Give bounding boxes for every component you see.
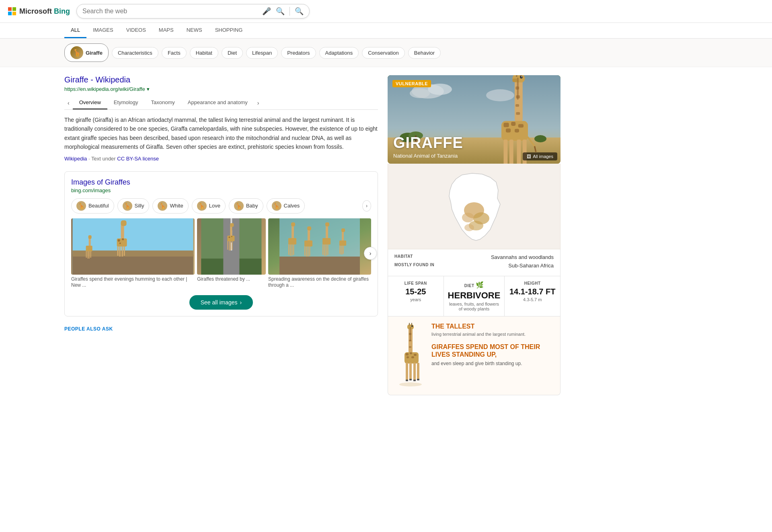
- wiki-tab-appearance[interactable]: Appearance and anatomy: [181, 96, 254, 109]
- img-pill-love[interactable]: 🦒 Love: [192, 198, 226, 214]
- microphone-icon[interactable]: 🎤: [262, 7, 271, 16]
- tab-all[interactable]: ALL: [64, 23, 86, 38]
- images-title[interactable]: Images of Giraffes: [71, 178, 371, 187]
- wiki-license-link[interactable]: CC BY-SA license: [117, 156, 159, 162]
- images-source[interactable]: bing.com/images: [71, 187, 371, 193]
- tab-news[interactable]: NEWS: [180, 23, 209, 38]
- fun-fact-main: GIRAFFES SPEND MOST OF THEIR LIVES STAND…: [431, 343, 554, 358]
- svg-rect-130: [413, 380, 416, 381]
- img-pill-calves[interactable]: 🦒 Calves: [267, 198, 305, 214]
- people-also-ask[interactable]: PEOPLE ALSO ASK: [64, 326, 378, 332]
- wiki-title[interactable]: Giraffe - Wikipedia: [64, 75, 378, 84]
- topic-pill-label: Behavior: [414, 50, 435, 56]
- svg-rect-64: [339, 240, 346, 246]
- topic-pill-giraffe[interactable]: 🦒 Giraffe: [64, 43, 109, 62]
- topic-pill-diet[interactable]: Diet: [222, 47, 243, 59]
- topic-pill-label: Adaptations: [325, 50, 353, 56]
- topic-pill-predators[interactable]: Predators: [281, 47, 316, 59]
- wiki-text: The giraffe (Giraffa) is an African arti…: [64, 115, 378, 152]
- topic-pill-characteristics[interactable]: Characteristics: [112, 47, 158, 59]
- svg-rect-49: [304, 246, 306, 256]
- image-grid: Giraffes spend their evenings humming to…: [71, 218, 371, 289]
- svg-point-11: [122, 238, 124, 240]
- topic-pill-facts[interactable]: Facts: [162, 47, 187, 59]
- wiki-tab-next[interactable]: ›: [254, 98, 263, 108]
- img-pill-icon: 🦒: [272, 201, 281, 211]
- svg-rect-95: [509, 140, 513, 164]
- svg-rect-39: [292, 244, 293, 256]
- image-caption-1: Giraffes threatened by ...: [197, 276, 266, 283]
- all-images-button[interactable]: 🖼 All images: [523, 152, 557, 160]
- img-pill-baby[interactable]: 🦒 Baby: [229, 198, 263, 214]
- svg-point-132: [399, 382, 422, 386]
- svg-rect-40: [293, 244, 294, 255]
- lifespan-stat: LIFE SPAN 15-25 years: [388, 276, 444, 316]
- svg-rect-112: [411, 323, 412, 325]
- hero-title: GIRAFFE: [393, 134, 463, 152]
- microsoft-squares-icon: [8, 7, 16, 15]
- found-in-label: MOSTLY FOUND IN: [394, 263, 434, 269]
- svg-point-82: [522, 76, 522, 77]
- search-submit-icon[interactable]: 🔍: [295, 7, 304, 16]
- tab-images[interactable]: IMAGES: [86, 23, 120, 38]
- diet-sub: leaves, fruits, and flowers of woody pla…: [448, 302, 501, 311]
- topic-pill-adaptations[interactable]: Adaptations: [319, 47, 359, 59]
- wiki-tab-taxonomy[interactable]: Taxonomy: [145, 96, 181, 109]
- img-pill-icon: 🦒: [158, 201, 167, 211]
- wiki-tab-etymology[interactable]: Etymology: [107, 96, 145, 109]
- height-label: HEIGHT: [509, 281, 556, 286]
- habitat-row: HABITAT Savannahs and woodlands: [394, 254, 554, 260]
- img-pill-white[interactable]: 🦒 White: [152, 198, 188, 214]
- wiki-url[interactable]: https://en.wikipedia.org/wiki/Giraffe ▾: [64, 86, 378, 92]
- svg-point-73: [534, 135, 546, 142]
- tab-shopping[interactable]: SHOPPING: [209, 23, 249, 38]
- svg-rect-131: [417, 379, 419, 380]
- image-card-1[interactable]: Giraffes threatened by ...: [197, 218, 266, 289]
- image-card-2[interactable]: Spreading awareness on the decline of gi…: [268, 218, 371, 289]
- bing-logo[interactable]: Microsoft Bing: [8, 7, 70, 16]
- image-pills: 🦒 Beautiful 🦒 Silly 🦒 White 🦒 Love 🦒: [71, 198, 371, 214]
- wiki-source-link[interactable]: Wikipedia: [64, 156, 87, 162]
- image-caption-0: Giraffes spend their evenings humming to…: [71, 276, 195, 289]
- topic-pill-label: Diet: [228, 50, 237, 56]
- topic-pill-conservation[interactable]: Conservation: [362, 47, 405, 59]
- topic-pill-behavior[interactable]: Behavior: [408, 47, 441, 59]
- svg-rect-127: [417, 363, 419, 380]
- svg-rect-47: [309, 246, 310, 256]
- svg-rect-121: [409, 333, 411, 335]
- wiki-tab-overview[interactable]: Overview: [73, 96, 107, 109]
- wiki-tab-prev[interactable]: ‹: [64, 98, 73, 108]
- img-pill-beautiful[interactable]: 🦒 Beautiful: [71, 198, 114, 214]
- diet-label: DIET 🌿: [448, 281, 501, 289]
- visual-search-icon[interactable]: 🔍: [276, 7, 285, 16]
- search-input[interactable]: giraffes: [82, 8, 258, 15]
- height-stat: HEIGHT 14.1-18.7 FT 4.3-5.7 m: [505, 276, 560, 316]
- svg-rect-122: [409, 340, 411, 341]
- header: Microsoft Bing giraffes 🎤 🔍 🔍: [0, 0, 772, 23]
- see-all-images-button[interactable]: See all images ›: [189, 295, 253, 310]
- svg-rect-90: [515, 86, 519, 90]
- image-grid-next[interactable]: ›: [364, 247, 377, 260]
- pills-next-arrow[interactable]: ›: [362, 200, 371, 212]
- tab-maps[interactable]: MAPS: [152, 23, 180, 38]
- svg-rect-29: [232, 240, 233, 250]
- svg-rect-92: [515, 104, 519, 107]
- svg-rect-128: [406, 380, 408, 381]
- topic-pill-habitat[interactable]: Habitat: [190, 47, 218, 59]
- topic-pill-label: Conservation: [368, 50, 399, 56]
- svg-rect-4: [121, 220, 127, 226]
- giraffe-avatar: 🦒: [70, 46, 83, 59]
- svg-point-113: [411, 325, 413, 327]
- svg-rect-30: [229, 240, 230, 251]
- svg-rect-96: [517, 140, 521, 164]
- svg-rect-28: [230, 240, 231, 251]
- image-icon: 🖼: [527, 154, 531, 159]
- svg-rect-55: [324, 244, 325, 256]
- img-pill-silly[interactable]: 🦒 Silly: [117, 198, 150, 214]
- topic-pill-lifespan[interactable]: Lifespan: [246, 47, 278, 59]
- svg-rect-63: [339, 245, 340, 254]
- svg-rect-88: [506, 129, 511, 133]
- tab-videos[interactable]: VIDEOS: [120, 23, 152, 38]
- svg-rect-18: [86, 251, 87, 258]
- image-card-0[interactable]: Giraffes spend their evenings humming to…: [71, 218, 195, 289]
